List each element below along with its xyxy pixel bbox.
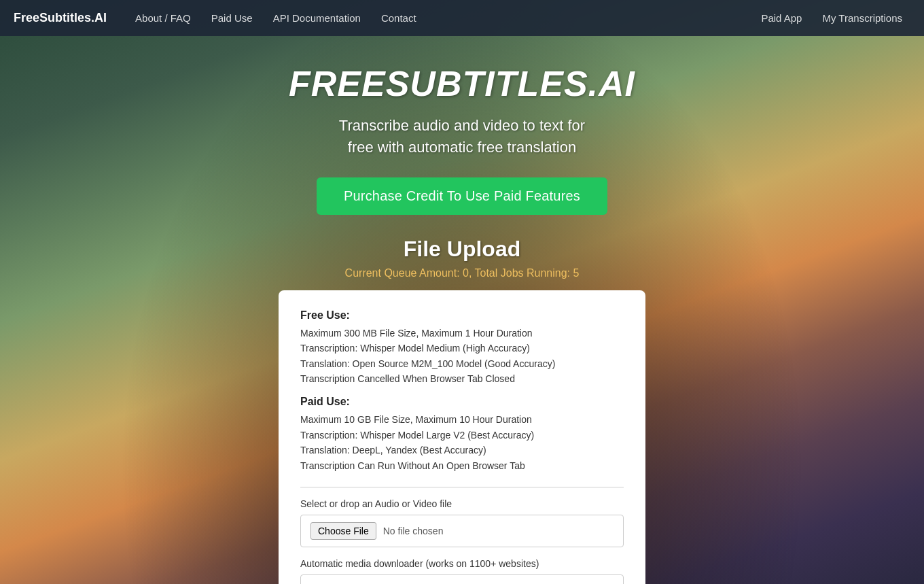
paid-use-detail-4: Transcription Can Run Without An Open Br… <box>300 458 624 473</box>
free-use-detail-4: Transcription Cancelled When Browser Tab… <box>300 371 624 386</box>
free-use-detail-3: Translation: Open Source M2M_100 Model (… <box>300 356 624 371</box>
nav-links: About / FAQ Paid Use API Documentation C… <box>127 8 753 28</box>
downloader-input[interactable] <box>300 574 624 584</box>
paid-use-heading: Paid Use: <box>300 396 624 408</box>
downloader-label: Automatic media downloader (works on 110… <box>300 558 624 569</box>
free-use-detail-1: Maximum 300 MB File Size, Maximum 1 Hour… <box>300 326 624 341</box>
choose-file-button[interactable]: Choose File <box>310 522 376 540</box>
upload-section-title: File Upload <box>404 237 520 262</box>
file-input-label: Select or drop an Audio or Video file <box>300 498 624 509</box>
free-use-section: Free Use: Maximum 300 MB File Size, Maxi… <box>300 309 624 387</box>
file-input-wrapper[interactable]: Choose File No file chosen <box>300 515 624 547</box>
main-content: FREESUBTITLES.AI Transcribe audio and vi… <box>0 36 924 584</box>
navbar: FreeSubtitles.AI About / FAQ Paid Use AP… <box>0 0 924 36</box>
no-file-text: No file chosen <box>383 526 444 536</box>
subtitle-line1: Transcribe audio and video to text for <box>339 117 585 134</box>
free-use-heading: Free Use: <box>300 309 624 322</box>
paid-use-detail-3: Translation: DeepL, Yandex (Best Accurac… <box>300 443 624 458</box>
divider <box>300 487 624 487</box>
paid-use-link[interactable]: Paid Use <box>203 8 261 28</box>
site-subtitle: Transcribe audio and video to text for f… <box>339 115 585 158</box>
paid-use-detail-2: Transcription: Whisper Model Large V2 (B… <box>300 428 624 443</box>
my-transcriptions-link[interactable]: My Transcriptions <box>814 8 910 28</box>
subtitle-line2: free with automatic free translation <box>348 139 576 156</box>
contact-link[interactable]: Contact <box>373 8 425 28</box>
nav-right: Paid App My Transcriptions <box>753 8 910 28</box>
api-docs-link[interactable]: API Documentation <box>265 8 369 28</box>
site-title: FREESUBTITLES.AI <box>289 63 635 104</box>
paid-app-link[interactable]: Paid App <box>753 8 810 28</box>
paid-use-section: Paid Use: Maximum 10 GB File Size, Maxim… <box>300 396 624 473</box>
queue-info: Current Queue Amount: 0, Total Jobs Runn… <box>345 267 580 279</box>
free-use-detail-2: Transcription: Whisper Model Medium (Hig… <box>300 341 624 356</box>
purchase-credit-button[interactable]: Purchase Credit To Use Paid Features <box>317 177 607 215</box>
upload-card: Free Use: Maximum 300 MB File Size, Maxi… <box>279 290 645 584</box>
about-faq-link[interactable]: About / FAQ <box>127 8 199 28</box>
nav-brand[interactable]: FreeSubtitles.AI <box>14 11 107 25</box>
paid-use-detail-1: Maximum 10 GB File Size, Maximum 10 Hour… <box>300 412 624 427</box>
